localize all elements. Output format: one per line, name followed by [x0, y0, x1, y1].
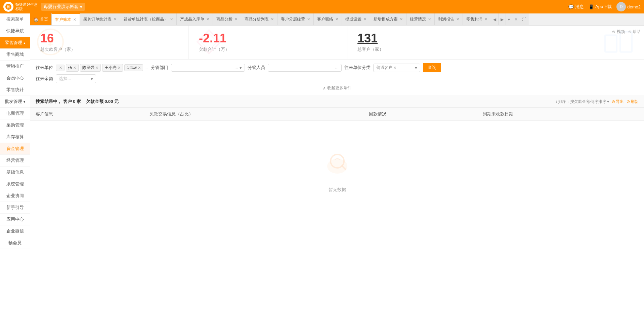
sidebar-item-wholesale-mgmt[interactable]: 批发管理 ▾ — [0, 96, 30, 108]
col-overdue-date: 到期未收款日期 — [477, 108, 644, 121]
sidebar-item-app-center[interactable]: 应用中心 — [0, 214, 30, 225]
sidebar-item-retail-mall[interactable]: 零售商城 — [0, 49, 30, 61]
table-body: 暂无数据 — [30, 121, 644, 220]
sidebar-item-finance[interactable]: 资金管理 — [0, 143, 30, 155]
sort-arrow-icon: ▾ — [607, 99, 609, 104]
tabs-prev-btn[interactable]: ◀ — [491, 13, 499, 26]
filter-balance-select[interactable]: 选择... ▾ — [56, 74, 96, 83]
tab-customer-segment[interactable]: 客户分层经营 ✕ — [277, 13, 314, 26]
stats-row: ¥ 16 总欠款客户（家） -2.11 欠款合计（万） — [30, 26, 644, 60]
sidebar-item-ecommerce[interactable]: 电商管理 — [0, 108, 30, 119]
balance-arrow-icon: ▾ — [91, 76, 93, 81]
tab-new-achievement[interactable]: 新增提成方案 ✕ — [370, 13, 406, 26]
sidebar-item-retail-mgmt[interactable]: 零售管理 ▴ — [0, 37, 30, 49]
tab-business-status[interactable]: 经营情况 ✕ — [406, 13, 435, 26]
message-btn[interactable]: 💬 消息 — [568, 4, 584, 10]
store-selector[interactable]: 母婴行业演示帐套 ▾ — [41, 3, 85, 11]
tab-close-customer-segment[interactable]: ✕ — [307, 17, 310, 22]
tab-close-profit-report[interactable]: ✕ — [456, 17, 459, 22]
stat-total-customers: 131 总客户（家） — [347, 26, 644, 59]
app-download-btn[interactable]: 📱 App下载 — [589, 4, 612, 10]
remove-tag-blank[interactable]: ✕ — [59, 66, 62, 70]
sidebar-item-operation[interactable]: 经营管理 — [0, 155, 30, 167]
sidebar-item-basic-info[interactable]: 基础信息 — [0, 167, 30, 178]
sidebar-item-inventory[interactable]: 库存核算 — [0, 131, 30, 143]
tab-customer-contact[interactable]: 客户联络 ✕ — [314, 13, 342, 26]
sidebar-item-member-center[interactable]: 会员中心 — [0, 72, 30, 84]
sidebar-item-system[interactable]: 系统管理 — [0, 178, 30, 190]
user-menu[interactable]: D demo2 — [616, 2, 641, 11]
sidebar-item-marketing[interactable]: 营销推广 — [0, 61, 30, 72]
tab-close-reminder-settings[interactable]: ✕ — [363, 17, 367, 22]
svg-text:¥: ¥ — [47, 35, 54, 49]
filter-tag-chenminqiang[interactable]: 陈民强 ✕ — [80, 64, 101, 72]
filter-person-label: 分管人员 — [248, 65, 265, 71]
filter-tag-cjttcw[interactable]: cjttcw ✕ — [124, 64, 143, 71]
filter-more-tags[interactable]: ... — [144, 65, 148, 70]
dept-more-icon: ··· — [234, 65, 238, 70]
help-link[interactable]: ⊙ 帮助 — [628, 29, 641, 35]
query-button[interactable]: 查询 — [423, 63, 441, 72]
tabs-close-all-btn[interactable]: ✕ — [512, 13, 520, 26]
filter-row-2: 往来余额 选择... ▾ — [36, 74, 639, 83]
sidebar-item-quick-nav[interactable]: 快捷导航 — [0, 25, 30, 37]
sort-button[interactable]: ↕ 排序：按欠款金额倒序排序 ▾ — [555, 99, 609, 105]
sidebar-item-enterprise[interactable]: 企业协同 — [0, 190, 30, 202]
filter-tag-normal-customer[interactable]: 普通客户 ✕ — [376, 65, 396, 71]
video-link[interactable]: ⊙ 视频 — [612, 29, 625, 35]
tab-product-analysis-list[interactable]: 商品分析列表 ✕ — [241, 13, 277, 26]
tabs-menu-btn[interactable]: ▾ — [506, 13, 512, 26]
tab-home[interactable]: 🏠 首页 — [30, 13, 52, 26]
empty-text: 暂无数据 — [329, 187, 346, 193]
refresh-button[interactable]: ⊙ 刷新 — [627, 99, 639, 105]
filter-tags: ✕ 伍 ✕ 陈民强 ✕ 王小亮 — [56, 64, 148, 72]
collapse-button[interactable]: ∧ 收起更多条件 — [323, 85, 351, 91]
sidebar-search[interactable]: 搜索菜单 — [0, 13, 30, 25]
tab-close-product-analysis-list[interactable]: ✕ — [271, 17, 274, 22]
sidebar-item-new-guide[interactable]: 新手引导 — [0, 202, 30, 214]
tab-purchase-order-stats[interactable]: 采购订单统计表 ✕ — [80, 13, 120, 26]
col-debt-info: 欠款交易信息（占比） — [144, 108, 363, 121]
tab-close-purchase-stats[interactable]: ✕ — [170, 17, 173, 22]
tab-close-product-receipt[interactable]: ✕ — [206, 17, 209, 22]
filter-tag-blank[interactable]: ✕ — [56, 65, 65, 71]
remove-tag-wangxiaoliang[interactable]: ✕ — [118, 66, 121, 70]
tab-profit-report[interactable]: 利润报告 ✕ — [435, 13, 463, 26]
tabs-maximize-btn[interactable]: ⛶ — [520, 13, 528, 26]
tab-close-customer-contact[interactable]: ✕ — [335, 17, 338, 22]
chevron-icon: ▾ — [24, 100, 25, 104]
table-header: 客户信息 欠款交易信息（占比） 回款情况 到期未收款日期 — [30, 108, 644, 121]
message-icon: 💬 — [568, 4, 574, 9]
tab-purchase-stats[interactable]: 进货单统计表（按商品） ✕ — [120, 13, 177, 26]
tab-reminder-settings[interactable]: 提成设置 ✕ — [342, 13, 370, 26]
tab-close-business-status[interactable]: ✕ — [428, 17, 431, 22]
remove-tag-cjttcw[interactable]: ✕ — [138, 66, 141, 70]
sidebar-item-retail-stats[interactable]: 零售统计 — [0, 84, 30, 96]
filter-row-1: 往来单位 ✕ 伍 ✕ 陈民强 — [36, 63, 639, 72]
tab-close-new-achievement[interactable]: ✕ — [400, 17, 403, 22]
tab-product-receipt[interactable]: 产成品入库单 ✕ — [177, 13, 213, 26]
tab-close-product-analysis[interactable]: ✕ — [234, 17, 238, 22]
filter-tag-wangxiaoliang[interactable]: 王小亮 ✕ — [102, 64, 123, 72]
tab-close-retail-profit[interactable]: ✕ — [484, 17, 487, 22]
col-repayment: 回款情况 — [363, 108, 477, 121]
export-button[interactable]: ⊙ 导出 — [612, 99, 624, 105]
logo: 畅 畅捷通好生意 标版 — [3, 2, 38, 12]
filter-tag-wu[interactable]: 伍 ✕ — [66, 64, 79, 72]
filter-dept-select[interactable]: ··· ▾ — [171, 64, 245, 72]
sidebar-item-wechat[interactable]: 企业微信 — [0, 225, 30, 237]
tab-product-analysis[interactable]: 商品分析 ✕ — [213, 13, 241, 26]
tab-close-customer-account[interactable]: ✕ — [73, 17, 76, 22]
remove-tag-chenminqiang[interactable]: ✕ — [95, 66, 98, 70]
sidebar-item-vip[interactable]: 畅会员 — [0, 237, 30, 249]
tab-close-purchase-order-stats[interactable]: ✕ — [114, 17, 117, 22]
remove-tag-normal-customer[interactable]: ✕ — [393, 66, 396, 70]
tab-customer-account[interactable]: 客户账本 ✕ — [52, 13, 80, 26]
tab-retail-profit[interactable]: 零售利润 ✕ — [463, 13, 491, 26]
sidebar-item-purchase-mgmt[interactable]: 采购管理 — [0, 119, 30, 131]
filter-person-select[interactable]: ··· — [268, 64, 342, 72]
remove-tag-wu[interactable]: ✕ — [73, 66, 76, 70]
tabs-next-btn[interactable]: ▶ — [499, 13, 506, 26]
filter-category-select[interactable]: 普通客户 ✕ ▾ — [373, 64, 420, 72]
main-content: ¥ 16 总欠款客户（家） -2.11 欠款合计（万） — [30, 26, 644, 325]
